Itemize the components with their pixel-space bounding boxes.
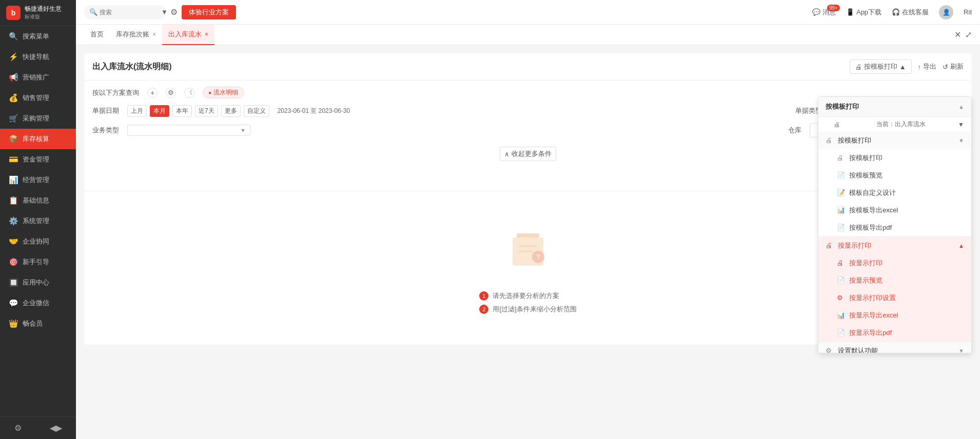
refresh-button[interactable]: ↺ 刷新	[943, 62, 964, 71]
template-excel-item[interactable]: 📊 按模板导出excel	[818, 202, 971, 219]
sidebar-item-collab[interactable]: 🤝 企业协同	[0, 231, 76, 252]
sidebar-item-purchase[interactable]: 🛒 采购管理	[0, 108, 76, 129]
defaults-section-text: 设置默认功能	[838, 346, 878, 353]
sidebar-settings-btn[interactable]: ⚙	[10, 421, 26, 435]
sidebar-item-sales[interactable]: 💰 销售管理	[0, 88, 76, 108]
business-type-arrow: ▼	[240, 127, 246, 133]
header-actions: 🖨 按模板打印 ▲ ↑ 导出 ↺ 刷新	[850, 59, 964, 74]
date-custom-btn[interactable]: 自定义	[244, 105, 269, 117]
tab-home[interactable]: 首页	[84, 25, 110, 45]
export-icon: ↑	[918, 63, 922, 71]
business-type-select[interactable]: ▼	[127, 125, 250, 136]
sidebar-item-wechat[interactable]: 💬 企业微信	[0, 293, 76, 313]
sidebar: b 畅捷通好生意 标准版 🔍 搜索菜单 ⚡ 快捷导航 📢 营销推广 💰 销售管理…	[0, 0, 76, 439]
filter-tag[interactable]: ● 流水明细	[203, 87, 244, 98]
tab-batch[interactable]: 库存批次账 ×	[110, 25, 162, 45]
sidebar-item-marketing[interactable]: 📢 营销推广	[0, 67, 76, 88]
hint-num-1: 1	[479, 291, 488, 301]
tab-expand-icon[interactable]: ⤢	[965, 30, 972, 39]
sidebar-item-inventory[interactable]: 📦 库存核算	[0, 129, 76, 149]
display-preview-item[interactable]: 📄 按显示预览	[818, 272, 971, 289]
sidebar-item-basics[interactable]: 📋 基础信息	[0, 190, 76, 211]
template-section-arrow: ▼	[958, 137, 964, 144]
sidebar-item-finance[interactable]: 💳 资金管理	[0, 149, 76, 170]
display-settings-item[interactable]: ⚙ 按显示打印设置	[818, 289, 971, 307]
template-custom-item[interactable]: 📝 模板自定义设计	[818, 184, 971, 202]
notice-button[interactable]: 💬 消息 99+	[812, 8, 836, 17]
template-pdf-item[interactable]: 📄 按模板导出pdf	[818, 219, 971, 236]
sidebar-item-operations[interactable]: 📊 经营管理	[0, 170, 76, 190]
template-print-item[interactable]: 🖨 按模板打印	[818, 149, 971, 167]
display-print-item[interactable]: 🖨 按显示打印	[818, 254, 971, 272]
sidebar-item-member[interactable]: 👑 畅会员	[0, 313, 76, 334]
sidebar-item-system[interactable]: ⚙️ 系统管理	[0, 211, 76, 231]
sidebar-item-search[interactable]: 🔍 搜索菜单	[0, 26, 76, 47]
sidebar-icon-finance: 💳	[8, 154, 18, 165]
template-preview-item[interactable]: 📄 按模板预览	[818, 167, 971, 184]
empty-hints: 1 请先选择要分析的方案 2 用[过滤]条件来缩小分析范围	[479, 291, 576, 314]
dropdown-section-defaults: ⚙ 设置默认功能 ▼	[818, 342, 971, 353]
sidebar-icon-basics: 📋	[8, 195, 18, 206]
search-dropdown-icon[interactable]: ▼	[161, 8, 168, 16]
display-pdf-item[interactable]: 📄 按显示导出pdf	[818, 324, 971, 342]
date-week7-btn[interactable]: 近7天	[195, 105, 218, 117]
tab-flow-close[interactable]: ×	[205, 31, 208, 38]
avatar[interactable]: 👤	[939, 5, 953, 19]
industry-solution-button[interactable]: 体验行业方案	[182, 5, 236, 19]
collapse-more-button[interactable]: ∧ 收起更多条件	[500, 147, 556, 161]
filter-settings-button[interactable]: ⚙	[166, 88, 176, 98]
refresh-icon: ↺	[943, 63, 948, 71]
topbar-right: 💬 消息 99+ 📱 App下载 🎧 在线客服 👤 Rit	[812, 5, 972, 19]
display-section-header[interactable]: 🖨 按显示打印 ▲	[818, 237, 971, 254]
topbar-search-box[interactable]: 🔍 ▼	[84, 5, 166, 19]
date-year-btn[interactable]: 本年	[172, 105, 192, 117]
tab-close-all-icon[interactable]: ✕	[954, 30, 961, 39]
dropdown-title: 按模板打印	[826, 102, 859, 111]
app-download-button[interactable]: 📱 App下载	[846, 8, 881, 17]
date-filter-controls: 上月 本月 本年 近7天 更多 自定义	[127, 105, 269, 117]
template-custom-label: 模板自定义设计	[849, 188, 896, 197]
print-template-label: 按模板打印	[864, 62, 897, 71]
dropdown-header-arrow[interactable]: ▲	[958, 104, 964, 110]
app-title: 畅捷通好生意	[25, 5, 62, 13]
tab-batch-close[interactable]: ×	[152, 31, 156, 38]
sidebar-label-quicknav: 快捷导航	[23, 52, 49, 62]
headset-icon: 🎧	[892, 8, 900, 16]
empty-hint-1: 1 请先选择要分析的方案	[479, 291, 576, 301]
sidebar-label-operations: 经营管理	[23, 175, 49, 185]
sidebar-item-quicknav[interactable]: ⚡ 快捷导航	[0, 47, 76, 67]
online-service-button[interactable]: 🎧 在线客服	[892, 8, 929, 17]
date-curr-month-btn[interactable]: 本月	[150, 105, 169, 117]
export-button[interactable]: ↑ 导出	[918, 62, 937, 71]
sidebar-label-system: 系统管理	[23, 216, 49, 226]
sidebar-collapse-btn[interactable]: ◀▶	[46, 421, 66, 435]
template-section-header[interactable]: 🖨 按模板打印 ▼	[818, 132, 971, 149]
date-prev-month-btn[interactable]: 上月	[127, 105, 147, 117]
sidebar-label-search: 搜索菜单	[23, 32, 49, 41]
filter-tag-dot: ●	[208, 90, 211, 95]
defaults-section-arrow: ▼	[958, 348, 964, 353]
sidebar-label-sales: 销售管理	[23, 93, 49, 103]
search-input[interactable]	[100, 9, 161, 16]
hint-text-1: 请先选择要分析的方案	[493, 291, 559, 301]
sidebar-item-guide[interactable]: 🎯 新手引导	[0, 252, 76, 272]
date-more-btn[interactable]: 更多	[221, 105, 241, 117]
app-download-icon: 📱	[846, 8, 854, 16]
filter-collapse-button[interactable]: 《	[184, 88, 194, 98]
sidebar-icon-apps: 🔲	[8, 277, 18, 288]
topbar-settings-icon[interactable]: ⚙	[170, 7, 178, 17]
display-excel-item[interactable]: 📊 按显示导出excel	[818, 307, 971, 324]
sidebar-item-apps[interactable]: 🔲 应用中心	[0, 272, 76, 293]
defaults-section-icon: ⚙	[826, 347, 834, 353]
defaults-section-header[interactable]: ⚙ 设置默认功能 ▼	[818, 342, 971, 353]
add-filter-button[interactable]: +	[147, 88, 158, 98]
sidebar-icon-guide: 🎯	[8, 257, 18, 267]
user-name[interactable]: Rit	[964, 8, 972, 16]
dropdown-current[interactable]: 🖨 当前：出入库流水 ▼	[818, 117, 971, 132]
svg-rect-3	[519, 250, 533, 252]
tab-flow[interactable]: 出入库流水 ×	[162, 25, 214, 45]
template-pdf-label: 按模板导出pdf	[849, 223, 892, 232]
tab-flow-label: 出入库流水	[168, 30, 202, 39]
print-template-button[interactable]: 🖨 按模板打印 ▲	[850, 59, 912, 74]
sidebar-label-guide: 新手引导	[23, 257, 49, 267]
